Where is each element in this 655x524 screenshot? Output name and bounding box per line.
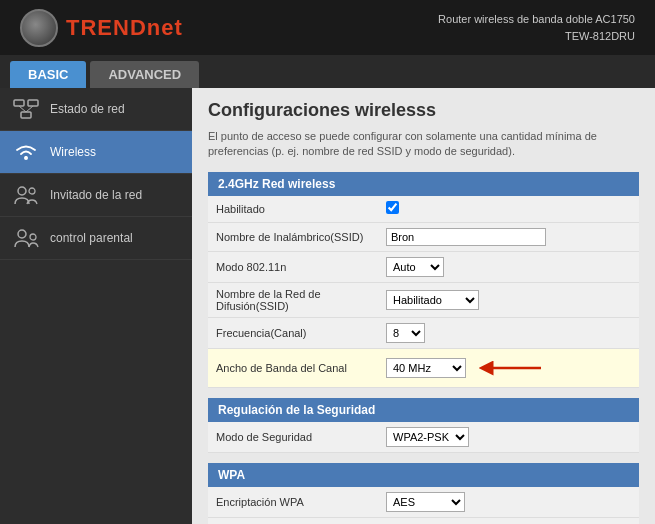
header: TRENDnet Router wireless de banda doble … xyxy=(0,0,655,55)
svg-point-8 xyxy=(18,230,26,238)
habilitado-checkbox[interactable] xyxy=(386,201,399,214)
svg-rect-1 xyxy=(28,100,38,106)
sidebar-label-parental: control parental xyxy=(50,231,133,245)
habilitado-label: Habilitado xyxy=(208,196,378,223)
arrow-annotation xyxy=(476,354,546,382)
table-row: Modo 802.11n Auto N only B/G/N xyxy=(208,251,639,282)
modo-select[interactable]: Auto N only B/G/N xyxy=(386,257,444,277)
sidebar-item-estado-de-red[interactable]: Estado de red xyxy=(0,88,192,131)
router-model: TEW-812DRU xyxy=(438,28,635,45)
svg-point-5 xyxy=(24,156,28,160)
wifi-icon xyxy=(12,141,40,163)
svg-line-4 xyxy=(26,106,33,112)
ancho-label: Ancho de Banda del Canal xyxy=(208,348,378,387)
wpa-table: Encriptación WPA AES TKIP TKIP+AES Contr… xyxy=(208,487,639,524)
table-row: Nombre de la Red de Difusión(SSID) Habil… xyxy=(208,282,639,317)
ssid-input[interactable] xyxy=(386,228,546,246)
encriptacion-label: Encriptación WPA xyxy=(208,487,378,518)
table-row: Habilitado xyxy=(208,196,639,223)
logo-icon xyxy=(20,9,58,47)
table-row: Modo de Seguridad WPA2-PSK WPA-PSK WEP N… xyxy=(208,422,639,453)
contrasena-label: Contraseña WAP xyxy=(208,517,378,524)
router-name: Router wireless de banda doble AC1750 xyxy=(438,11,635,28)
logo-net: net xyxy=(147,15,183,40)
page-description: El punto de acceso se puede configurar c… xyxy=(208,129,639,160)
sidebar-label-estado: Estado de red xyxy=(50,102,125,116)
logo-trend: TREND xyxy=(66,15,147,40)
table-row: Nombre de Inalámbrico(SSID) xyxy=(208,222,639,251)
sidebar-label-invitado: Invitado de la red xyxy=(50,188,142,202)
svg-point-6 xyxy=(18,187,26,195)
network-icon xyxy=(12,98,40,120)
sidebar-item-invitado[interactable]: Invitado de la red xyxy=(0,174,192,217)
guest-icon xyxy=(12,184,40,206)
router-info: Router wireless de banda doble AC1750 TE… xyxy=(438,11,635,44)
difusion-select[interactable]: Habilitado Deshabilitado xyxy=(386,290,479,310)
modo-label: Modo 802.11n xyxy=(208,251,378,282)
sidebar-label-wireless: Wireless xyxy=(50,145,96,159)
logo-text: TRENDnet xyxy=(66,15,183,41)
frecuencia-label: Frecuencia(Canal) xyxy=(208,317,378,348)
nav-tabs: BASIC ADVANCED xyxy=(0,55,655,88)
sidebar: Estado de red Wireless xyxy=(0,88,192,524)
section-wpa-header: WPA xyxy=(208,463,639,487)
seguridad-table: Modo de Seguridad WPA2-PSK WPA-PSK WEP N… xyxy=(208,422,639,453)
wireless-24-table: Habilitado Nombre de Inalámbrico(SSID) M… xyxy=(208,196,639,388)
svg-point-7 xyxy=(29,188,35,194)
frecuencia-select[interactable]: 8 123456791011 xyxy=(386,323,425,343)
sidebar-item-control-parental[interactable]: control parental xyxy=(0,217,192,260)
parental-icon xyxy=(12,227,40,249)
page-title: Configuraciones wirelesss xyxy=(208,100,639,121)
ancho-select[interactable]: 40 MHz 20 MHz 20/40 MHz xyxy=(386,358,466,378)
table-row: Contraseña WAP Haga clic aquí para mostr… xyxy=(208,517,639,524)
seguridad-modo-label: Modo de Seguridad xyxy=(208,422,378,453)
main-layout: Estado de red Wireless xyxy=(0,88,655,524)
sidebar-item-wireless[interactable]: Wireless xyxy=(0,131,192,174)
section-seguridad-header: Regulación de la Seguridad xyxy=(208,398,639,422)
section-wireless-24-header: 2.4GHz Red wireless xyxy=(208,172,639,196)
svg-rect-2 xyxy=(21,112,31,118)
table-row-ancho: Ancho de Banda del Canal 40 MHz 20 MHz 2… xyxy=(208,348,639,387)
table-row: Frecuencia(Canal) 8 123456791011 xyxy=(208,317,639,348)
encriptacion-select[interactable]: AES TKIP TKIP+AES xyxy=(386,492,465,512)
table-row: Encriptación WPA AES TKIP TKIP+AES xyxy=(208,487,639,518)
difusion-label: Nombre de la Red de Difusión(SSID) xyxy=(208,282,378,317)
seguridad-modo-select[interactable]: WPA2-PSK WPA-PSK WEP Ninguno xyxy=(386,427,469,447)
logo-area: TRENDnet xyxy=(20,9,183,47)
tab-basic[interactable]: BASIC xyxy=(10,61,86,88)
svg-point-9 xyxy=(30,234,36,240)
svg-rect-0 xyxy=(14,100,24,106)
tab-advanced[interactable]: ADVANCED xyxy=(90,61,199,88)
svg-line-3 xyxy=(19,106,26,112)
content-area: Configuraciones wirelesss El punto de ac… xyxy=(192,88,655,524)
nombre-label: Nombre de Inalámbrico(SSID) xyxy=(208,222,378,251)
